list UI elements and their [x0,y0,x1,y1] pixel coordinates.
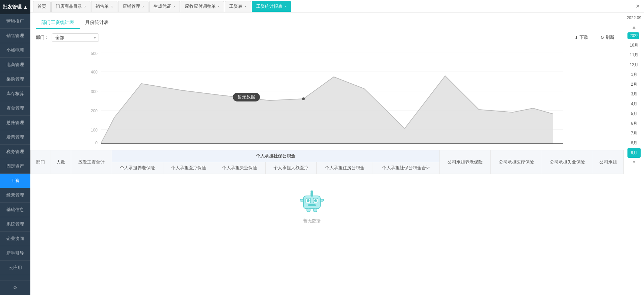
svg-rect-23 [320,199,324,201]
tab-店铺管理[interactable]: 店铺管理× [118,1,149,12]
chart-svg: 500 400 300 200 100 0 [36,48,618,146]
sidebar-item-发票管理[interactable]: 发票管理 [0,130,30,145]
date-month-9月[interactable]: 9月 [627,148,641,158]
sidebar-item-小畅电商[interactable]: 小畅电商 [0,43,30,58]
col-personal-housing: 个人承担住房公积金 [317,162,373,174]
sidebar-item-采购管理[interactable]: 采购管理 [0,72,30,87]
tab-close-icon[interactable]: × [285,4,287,8]
date-month-4月[interactable]: 4月 [627,99,641,109]
tabs-container: 首页门店商品目录×销售单×店铺管理×生成凭证×应收应付调整单×工资表×工资统计报… [33,1,291,12]
tab-工资统计报表[interactable]: 工资统计报表× [252,1,291,12]
date-month-2月[interactable]: 2月 [627,80,641,89]
date-month-10月[interactable]: 10月 [627,40,641,50]
tab-close-icon[interactable]: × [111,4,113,8]
dept-select[interactable]: 全部 [52,33,99,42]
sidebar: 批发管理 ▲ 营销推广销售管理小畅电商电商管理采购管理库存核算资金管理总账管理发… [0,0,30,295]
sub-tab-月份统计表[interactable]: 月份统计表 [80,17,114,29]
tab-bar: 首页门店商品目录×销售单×店铺管理×生成凭证×应收应付调整单×工资表×工资统计报… [30,0,644,13]
sidebar-item-总账管理[interactable]: 总账管理 [0,116,30,130]
svg-text:400: 400 [91,70,98,75]
sidebar-item-税务管理[interactable]: 税务管理 [0,145,30,159]
toolbar-right: ⬇ 下载 ↻ 刷新 [570,33,618,42]
sidebar-item-库存核算[interactable]: 库存核算 [0,87,30,101]
tab-label: 工资表 [229,3,242,9]
tab-应收应付调整单[interactable]: 应收应付调整单× [181,1,224,12]
dept-select-wrap: 全部 ▾ [52,33,99,42]
toolbar-left: 部门： 全部 ▾ [36,33,99,42]
sub-tabs: 部门工资统计表月份统计表 [30,13,624,29]
date-year-badge[interactable]: 2022 [627,32,639,39]
sub-tab-部门工资统计表[interactable]: 部门工资统计表 [36,17,80,29]
sidebar-header[interactable]: 批发管理 ▲ [0,0,30,14]
date-month-11月[interactable]: 11月 [627,50,641,60]
sidebar-item-经营管理[interactable]: 经营管理 [0,188,30,203]
download-button[interactable]: ⬇ 下载 [570,33,592,42]
date-month-7月[interactable]: 7月 [627,128,641,138]
tab-门店商品目录[interactable]: 门店商品目录× [51,1,90,12]
svg-marker-12 [101,76,553,143]
sidebar-item-系统管理[interactable]: 系统管理 [0,217,30,232]
settings-button[interactable]: ⚙ [0,280,30,295]
col-company-other: 公司承担 [593,150,624,174]
refresh-icon: ↻ [600,35,604,40]
date-month-8月[interactable]: 8月 [627,138,641,148]
content-area: 部门工资统计表月份统计表 部门： 全部 ▾ ⬇ 下载 [30,13,644,295]
tab-工资表[interactable]: 工资表× [225,1,251,12]
tab-label: 首页 [37,3,46,9]
date-month-5月[interactable]: 5月 [627,109,641,119]
date-nav-up[interactable]: ▲ [630,23,638,31]
date-month-3月[interactable]: 3月 [627,89,641,99]
col-personal-total: 个人承担社保公积金合计 [373,162,439,174]
svg-rect-19 [308,204,316,206]
sidebar-item-新手引导[interactable]: 新手引导 [0,246,30,261]
col-company-pension: 公司承担养老保险 [439,150,491,174]
col-personal-medical: 个人承担医疗保险 [163,162,214,174]
svg-text:200: 200 [91,109,98,113]
svg-point-17 [307,199,310,202]
sidebar-item-固定资产[interactable]: 固定资产 [0,159,30,174]
tab-close-icon[interactable]: × [173,4,175,8]
col-personal-pension: 个人承担养老保险 [112,162,163,174]
col-group-personal: 个人承担社保公积金 [112,150,439,162]
sidebar-item-企业协同[interactable]: 企业协同 [0,232,30,246]
sidebar-item-云应用[interactable]: 云应用 [0,261,30,275]
col-total-salary: 应发工资合计 [71,150,112,174]
date-panel-year[interactable]: 2022.09 [625,13,643,23]
sidebar-item-基础信息[interactable]: 基础信息 [0,203,30,217]
tab-首页[interactable]: 首页 [33,1,51,12]
close-all-icon[interactable]: ✕ [634,3,641,9]
col-personal-unemployment: 个人承担失业保险 [214,162,266,174]
tab-close-icon[interactable]: × [142,4,144,8]
sidebar-item-资金管理[interactable]: 资金管理 [0,101,30,116]
date-month-1月[interactable]: 1月 [627,70,641,80]
sidebar-item-销售管理[interactable]: 销售管理 [0,29,30,43]
tab-close-icon[interactable]: × [218,4,220,8]
date-month-6月[interactable]: 6月 [627,119,641,128]
tab-label: 店铺管理 [123,3,140,9]
tab-销售单[interactable]: 销售单× [91,1,117,12]
col-company-medical: 公司承担医疗保险 [491,150,542,174]
sidebar-item-电商管理[interactable]: 电商管理 [0,58,30,72]
no-data-row: 暂无数据 [31,174,624,238]
table-wrap[interactable]: 部门 人数 应发工资合计 个人承担社保公积金 公司承担养老保险 公司承担医疗保险… [30,150,624,295]
svg-text:300: 300 [91,89,98,94]
main-area: 首页门店商品目录×销售单×店铺管理×生成凭证×应收应付调整单×工资表×工资统计报… [30,0,644,295]
sidebar-title: 批发管理 [3,4,22,10]
sidebar-item-营销推广[interactable]: 营销推广 [0,14,30,29]
svg-text:0: 0 [95,141,98,145]
date-month-12月[interactable]: 12月 [627,60,641,70]
svg-rect-24 [307,208,310,212]
tab-生成凭证[interactable]: 生成凭证× [149,1,180,12]
tab-label: 工资统计报表 [256,3,283,9]
col-company-unemployment: 公司承担失业保险 [542,150,593,174]
page-body: 部门工资统计表月份统计表 部门： 全部 ▾ ⬇ 下载 [30,13,624,295]
svg-rect-22 [300,199,303,201]
dept-label: 部门： [36,34,49,40]
refresh-button[interactable]: ↻ 刷新 [596,33,618,42]
col-dept: 部门 [31,150,51,174]
sidebar-item-工资[interactable]: 工资 [0,174,30,188]
date-nav-down[interactable]: ▼ [630,158,638,166]
download-icon: ⬇ [574,35,578,40]
tab-close-icon[interactable]: × [84,4,86,8]
tab-close-icon[interactable]: × [244,4,246,8]
